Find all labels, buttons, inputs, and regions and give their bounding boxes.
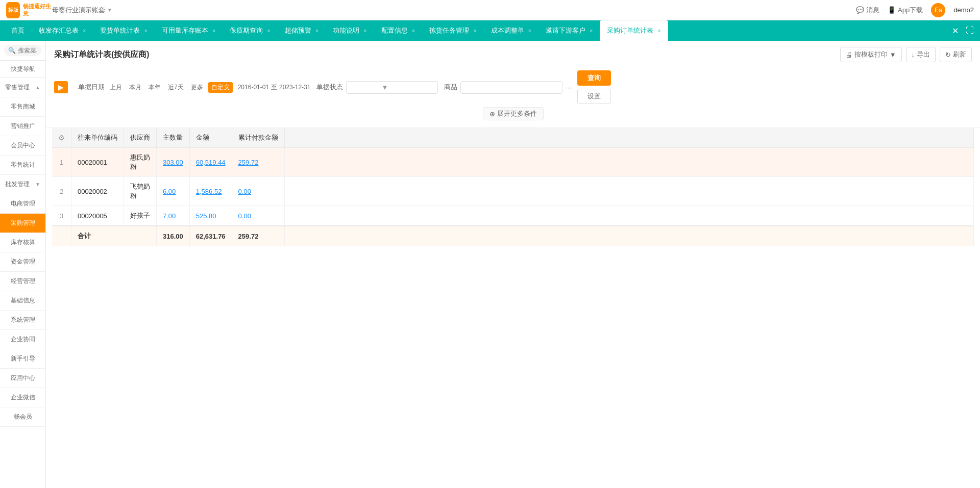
print-button[interactable]: 🖨 按模板打印 ▼	[840, 47, 902, 62]
row-amount-link[interactable]: 60,519.44	[196, 159, 226, 166]
message-icon: 💬	[856, 6, 864, 14]
row-qty-link[interactable]: 7.00	[163, 212, 176, 220]
tab-caigou-active[interactable]: 采购订单统计表 ×	[600, 20, 668, 41]
sidebar-item-wholesale[interactable]: 批发管理 ▼	[0, 175, 45, 194]
table-footer-row: 合计 316.00 62,631.76 259.72	[52, 226, 974, 246]
tab-jianhuo-close-icon[interactable]: ×	[473, 28, 476, 34]
tab-yaohuo[interactable]: 要货单统计表 ×	[93, 20, 154, 41]
tab-caigou-close-icon[interactable]: ×	[657, 28, 660, 34]
footer-qty: 316.00	[157, 226, 190, 246]
sidebar-newbie-label: 新手引导	[11, 354, 35, 363]
sidebar-item-system[interactable]: 系统管理	[0, 311, 45, 330]
query-button[interactable]: 查询	[577, 70, 611, 86]
refresh-button[interactable]: ↻ 刷新	[940, 47, 972, 62]
goods-input[interactable]	[460, 81, 562, 94]
sidebar-item-retail-mall[interactable]: 零售商城	[0, 97, 45, 117]
tab-home[interactable]: 首页	[4, 20, 32, 41]
tab-peizhi[interactable]: 配置信息 ×	[374, 20, 422, 41]
row-paid-link[interactable]: 0.00	[238, 212, 251, 220]
tab-yaohuo-close-icon[interactable]: ×	[144, 28, 147, 34]
row-extra	[284, 177, 973, 206]
quick-nav-label: 快捷导航	[11, 65, 35, 72]
sidebar-item-finance[interactable]: 资金管理	[0, 252, 45, 272]
sidebar-item-quick-nav[interactable]: 快捷导航	[0, 61, 45, 78]
footer-extra	[284, 226, 973, 246]
row-qty-link[interactable]: 303.00	[163, 159, 183, 166]
sidebar-collab-label: 企业协同	[11, 335, 35, 344]
filter-toggle-button[interactable]: ▶	[54, 81, 68, 93]
sidebar-wholesale-label: 批发管理	[5, 180, 30, 189]
search-input[interactable]	[18, 47, 37, 54]
row-amount: 1,586.52	[189, 177, 232, 206]
tab-yaoqing-close-icon[interactable]: ×	[590, 28, 593, 34]
row-amount-link[interactable]: 1,586.52	[196, 188, 222, 195]
tab-shoufacun-close-icon[interactable]: ×	[83, 28, 86, 34]
status-select[interactable]: ▼	[346, 81, 438, 94]
row-paid-link[interactable]: 259.72	[238, 159, 259, 166]
row-amount: 60,519.44	[189, 148, 232, 177]
sidebar-member2-label: 畅会员	[14, 413, 32, 421]
nav-expand-icon[interactable]: ⛶	[964, 24, 976, 37]
date-btn-7days[interactable]: 近7天	[166, 82, 186, 93]
tab-chengben[interactable]: 成本调整单 ×	[484, 20, 538, 41]
username-label[interactable]: demo2	[953, 6, 974, 14]
sidebar-item-app-center[interactable]: 应用中心	[0, 369, 45, 388]
nav-right-actions: ✕ ⛶	[950, 24, 976, 38]
sidebar-item-retail-stats[interactable]: 零售统计	[0, 156, 45, 175]
tab-chaochu[interactable]: 超储预警 ×	[278, 20, 326, 41]
header-actions: 🖨 按模板打印 ▼ ↓ 导出 ↻ 刷新	[840, 47, 972, 62]
messages-button[interactable]: 💬 消息	[856, 6, 879, 15]
goods-more-icon[interactable]: ···	[566, 84, 571, 91]
breadcrumb-dropdown[interactable]: 母婴行业演示账套 ▼	[52, 6, 112, 15]
sidebar-retail-mall-label: 零售商城	[11, 102, 35, 111]
export-button[interactable]: ↓ 导出	[906, 47, 936, 62]
tab-shoufacun[interactable]: 收发存汇总表 ×	[32, 20, 93, 41]
row-extra	[284, 148, 973, 177]
date-btn-more[interactable]: 更多	[189, 82, 205, 93]
tab-gongneng[interactable]: 功能说明 ×	[326, 20, 374, 41]
messages-label: 消息	[866, 6, 879, 15]
tab-keyongliang[interactable]: 可用量库存账本 ×	[155, 20, 223, 41]
row-amount-link[interactable]: 525.80	[196, 212, 216, 220]
tab-baozhi-close-icon[interactable]: ×	[267, 28, 270, 34]
status-filter-group: 单据状态 ▼	[316, 81, 438, 94]
sidebar-wholesale-arrow-icon: ▼	[35, 182, 40, 187]
tab-chengben-close-icon[interactable]: ×	[528, 28, 531, 34]
sidebar-item-newbie[interactable]: 新手引导	[0, 349, 45, 369]
tab-gongneng-close-icon[interactable]: ×	[363, 28, 366, 34]
expand-more-button[interactable]: ⊕ 展开更多条件	[483, 107, 544, 120]
tab-yaoqing[interactable]: 邀请下游客户 ×	[538, 20, 600, 41]
sidebar-item-wechat[interactable]: 企业微信	[0, 388, 45, 407]
sidebar-app-center-label: 应用中心	[11, 374, 35, 382]
sidebar-item-member[interactable]: 会员中心	[0, 136, 45, 156]
tab-peizhi-close-icon[interactable]: ×	[412, 28, 415, 34]
date-btn-custom[interactable]: 自定义	[208, 82, 233, 93]
sidebar-item-ecommerce[interactable]: 电商管理	[0, 194, 45, 214]
tab-chaochu-close-icon[interactable]: ×	[315, 28, 318, 34]
settings-button[interactable]: 设置	[577, 89, 611, 104]
sidebar-item-collab[interactable]: 企业协同	[0, 330, 45, 349]
tab-keyongliang-close-icon[interactable]: ×	[212, 28, 215, 34]
tab-jianhuo[interactable]: 拣货任务管理 ×	[422, 20, 483, 41]
date-btn-this-year[interactable]: 本年	[146, 82, 163, 93]
status-select-arrow-icon: ▼	[381, 84, 388, 91]
tab-baozhi[interactable]: 保质期查询 ×	[223, 20, 277, 41]
nav-close-icon[interactable]: ✕	[950, 24, 961, 38]
search-input-wrap: 🔍	[4, 45, 41, 56]
sidebar-item-operations[interactable]: 经营管理	[0, 272, 45, 291]
date-btn-last-month[interactable]: 上月	[108, 82, 124, 93]
row-paid-link[interactable]: 0.00	[238, 188, 251, 195]
date-btn-this-month[interactable]: 本月	[127, 82, 143, 93]
print-label: 按模板打印	[854, 50, 888, 59]
expand-row: ⊕ 展开更多条件	[54, 104, 972, 123]
sidebar-item-basic-info[interactable]: 基础信息	[0, 291, 45, 311]
sidebar-item-member2[interactable]: 畅会员	[0, 407, 45, 427]
column-settings-icon[interactable]: ⚙	[58, 134, 65, 142]
row-qty-link[interactable]: 6.00	[163, 188, 176, 195]
sidebar-item-purchase[interactable]: 采购管理	[0, 214, 45, 233]
sidebar-item-inventory[interactable]: 库存核算	[0, 233, 45, 252]
sidebar-item-retail-mgmt[interactable]: 零售管理 ▲	[0, 78, 45, 97]
sidebar-item-marketing[interactable]: 营销推广	[0, 117, 45, 136]
app-download-button[interactable]: 📱 App下载	[888, 6, 923, 15]
refresh-label: 刷新	[953, 50, 966, 59]
